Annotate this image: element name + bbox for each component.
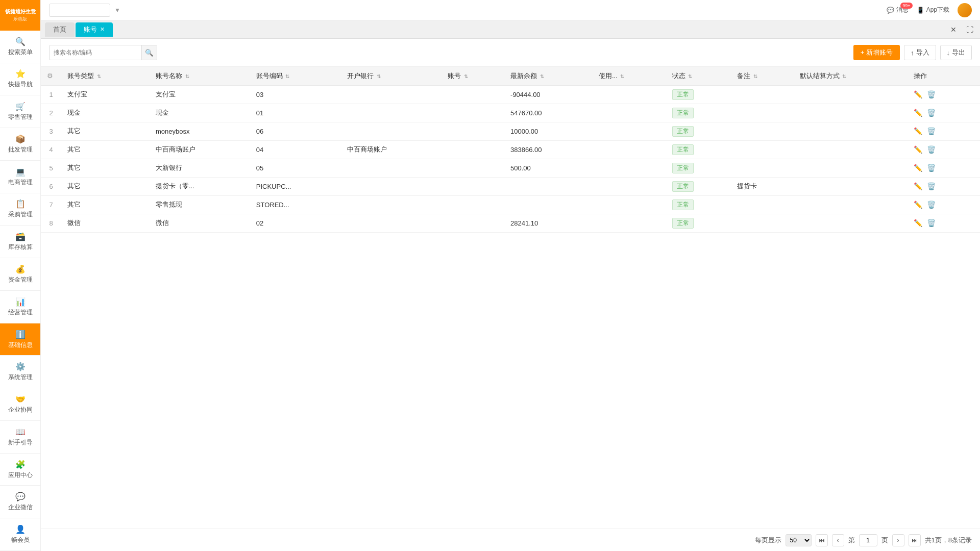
- edit-icon[interactable]: ✏️: [914, 127, 922, 135]
- handshake-icon: 🤝: [15, 394, 26, 404]
- cell-type: 其它: [61, 140, 150, 159]
- sort-icon[interactable]: ⇅: [377, 73, 381, 79]
- app-download-button[interactable]: 📱 App下载: [917, 6, 949, 14]
- edit-icon[interactable]: ✏️: [914, 145, 922, 154]
- cell-bank: [341, 104, 442, 122]
- cell-name: 现金: [150, 104, 250, 122]
- page-input[interactable]: [859, 534, 877, 546]
- cell-actions: ✏️ 🗑️: [908, 159, 980, 177]
- cell-usage: [593, 159, 666, 177]
- th-name: 账号名称 ⇅: [150, 67, 250, 85]
- sidebar-item-inventory[interactable]: 🗃️ 库存核算: [0, 226, 40, 258]
- cell-actions: ✏️ 🗑️: [908, 214, 980, 232]
- sidebar-item-label: 库存核算: [8, 243, 33, 252]
- cell-balance: [504, 195, 593, 214]
- import-label: 导入: [916, 48, 929, 57]
- tab-bar: 首页 账号 ✕ ✕ ⛶: [41, 20, 980, 39]
- sidebar-item-label: 基础信息: [8, 341, 33, 349]
- sort-icon[interactable]: ⇅: [688, 73, 692, 79]
- add-account-button[interactable]: + 新增账号: [853, 45, 900, 60]
- cell-status: 正常: [666, 104, 731, 122]
- sort-icon[interactable]: ⇅: [97, 73, 101, 79]
- sidebar-item-quicknav[interactable]: ⭐ 快捷导航: [0, 63, 40, 96]
- sort-icon[interactable]: ⇅: [842, 73, 846, 79]
- table-row: 1 支付宝 支付宝 03 -90444.00 正常 ✏️ 🗑️: [41, 85, 980, 104]
- delete-icon[interactable]: 🗑️: [927, 90, 936, 98]
- delete-icon[interactable]: 🗑️: [927, 219, 936, 227]
- sort-icon[interactable]: ⇅: [753, 73, 757, 79]
- delete-icon[interactable]: 🗑️: [927, 127, 936, 135]
- edit-icon[interactable]: ✏️: [914, 90, 922, 98]
- sidebar-item-enterprise-collab[interactable]: 🤝 企业协同: [0, 388, 40, 421]
- file-cabinet-icon: 🗃️: [15, 232, 26, 241]
- cell-status: 正常: [666, 85, 731, 104]
- cell-remark: 提货卡: [731, 177, 794, 195]
- tab-home[interactable]: 首页: [45, 22, 75, 37]
- sidebar: 畅捷通好生意 乐惠版 🔍 搜索菜单 ⭐ 快捷导航 🛒 零售管理 📦 批发管理 💻…: [0, 0, 41, 551]
- sidebar-item-guide[interactable]: 📖 新手引导: [0, 421, 40, 454]
- sidebar-item-ecommerce[interactable]: 💻 电商管理: [0, 161, 40, 193]
- sidebar-item-basicinfo[interactable]: ℹ️ 基础信息: [0, 323, 40, 356]
- sidebar-item-label: 系统管理: [8, 373, 33, 382]
- status-badge: 正常: [672, 108, 694, 118]
- sidebar-item-retail[interactable]: 🛒 零售管理: [0, 95, 40, 128]
- edit-icon[interactable]: ✏️: [914, 201, 922, 209]
- sort-icon[interactable]: ⇅: [285, 73, 289, 79]
- cell-status: 正常: [666, 140, 731, 159]
- delete-icon[interactable]: 🗑️: [927, 109, 936, 117]
- delete-icon[interactable]: 🗑️: [927, 164, 936, 172]
- sidebar-item-label: 新手引导: [8, 438, 33, 447]
- app-download-label: App下载: [926, 6, 949, 14]
- table-row: 5 其它 大新银行 05 500.00 正常 ✏️ 🗑️: [41, 159, 980, 177]
- tab-maximize-button[interactable]: ⛶: [964, 23, 976, 36]
- sidebar-item-appstore[interactable]: 🧩 应用中心: [0, 454, 40, 486]
- edit-icon[interactable]: ✏️: [914, 219, 922, 227]
- sort-icon[interactable]: ⇅: [540, 73, 544, 79]
- dropdown-arrow-icon[interactable]: ▼: [114, 7, 120, 14]
- sort-icon[interactable]: ⇅: [464, 73, 468, 79]
- tab-minimize-button[interactable]: ✕: [947, 23, 960, 36]
- cell-account: [442, 85, 504, 104]
- message-button[interactable]: 💬 消息 99+: [887, 6, 909, 14]
- export-button[interactable]: ↓ 导出: [940, 45, 972, 60]
- delete-icon[interactable]: 🗑️: [927, 182, 936, 190]
- cell-name: 大新银行: [150, 159, 250, 177]
- tab-account[interactable]: 账号 ✕: [76, 22, 113, 37]
- sidebar-item-operations[interactable]: 📊 经营管理: [0, 291, 40, 323]
- sort-icon[interactable]: ⇅: [620, 73, 624, 79]
- sidebar-item-wholesale[interactable]: 📦 批发管理: [0, 128, 40, 161]
- edit-icon[interactable]: ✏️: [914, 109, 922, 117]
- cart-icon: 🛒: [15, 102, 26, 111]
- sidebar-item-member[interactable]: 👤 畅会员: [0, 518, 40, 551]
- settings-icon[interactable]: ⚙: [47, 72, 53, 80]
- sort-icon[interactable]: ⇅: [185, 73, 189, 79]
- sidebar-item-label: 经营管理: [8, 308, 33, 317]
- first-page-button[interactable]: ⏮: [816, 534, 828, 546]
- user-avatar[interactable]: [958, 3, 972, 17]
- prev-page-button[interactable]: ‹: [832, 534, 844, 546]
- edit-icon[interactable]: ✏️: [914, 164, 922, 172]
- sidebar-item-purchase[interactable]: 📋 采购管理: [0, 193, 40, 226]
- cell-status: 正常: [666, 195, 731, 214]
- edit-icon[interactable]: ✏️: [914, 182, 922, 190]
- cell-name: 微信: [150, 214, 250, 232]
- delete-icon[interactable]: 🗑️: [927, 201, 936, 209]
- import-button[interactable]: ↑ 导入: [904, 45, 936, 60]
- tab-close-icon[interactable]: ✕: [100, 26, 105, 33]
- sidebar-item-system[interactable]: ⚙️ 系统管理: [0, 356, 40, 388]
- cell-actions: ✏️ 🗑️: [908, 122, 980, 140]
- row-num: 7: [41, 195, 61, 214]
- sidebar-item-finance[interactable]: 💰 资金管理: [0, 258, 40, 291]
- apps-icon: 🧩: [15, 460, 26, 469]
- sidebar-item-weixin[interactable]: 💬 企业微信: [0, 486, 40, 518]
- search-button[interactable]: 🔍: [141, 45, 157, 60]
- top-search-input[interactable]: [49, 4, 110, 17]
- last-page-button[interactable]: ⏭: [909, 534, 921, 546]
- delete-icon[interactable]: 🗑️: [927, 145, 936, 154]
- row-num: 4: [41, 140, 61, 159]
- search-input[interactable]: [50, 49, 141, 56]
- gear-icon: ⚙️: [15, 362, 26, 371]
- sidebar-item-search[interactable]: 🔍 搜索菜单: [0, 31, 40, 63]
- page-size-select[interactable]: 50 20 100: [786, 534, 812, 546]
- next-page-button[interactable]: ›: [892, 534, 904, 546]
